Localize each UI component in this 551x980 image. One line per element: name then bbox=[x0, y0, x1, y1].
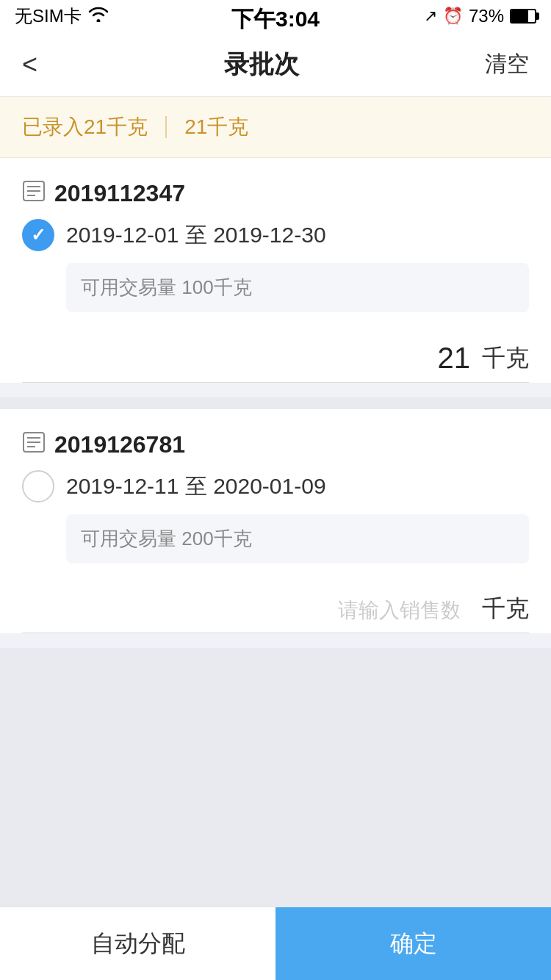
empty-area bbox=[0, 648, 551, 942]
page-title: 录批次 bbox=[224, 48, 299, 82]
batch-2-date: 2019-12-11 至 2020-01-09 bbox=[66, 472, 326, 502]
location-icon: ↗ bbox=[424, 7, 437, 26]
recorded-amount: 已录入21千克 bbox=[22, 113, 148, 141]
info-divider bbox=[165, 116, 167, 138]
batch-2-header: 2019126781 bbox=[22, 431, 529, 458]
status-right: ↗ ⏰ 73% bbox=[424, 6, 536, 26]
bottom-bar: 自动分配 确定 bbox=[0, 907, 551, 980]
wifi-icon bbox=[87, 6, 109, 26]
batch-2-qty-input[interactable] bbox=[338, 596, 470, 623]
section-divider bbox=[0, 397, 551, 409]
batch-1-date: 2019-12-01 至 2019-12-30 bbox=[66, 220, 326, 251]
batch-2-date-row[interactable]: 2019-12-11 至 2020-01-09 bbox=[22, 470, 529, 502]
info-banner: 已录入21千克 21千克 bbox=[0, 97, 551, 158]
batch-1-qty-row: 21 千克 bbox=[0, 327, 551, 382]
main-content: 2019112347 2019-12-01 至 2019-12-30 可用交易量… bbox=[0, 158, 551, 980]
batch-1-underline bbox=[22, 382, 529, 383]
batch-2-details: 2019126781 2019-12-11 至 2020-01-09 可用交易量… bbox=[0, 409, 551, 578]
batch-2-available: 可用交易量 200千克 bbox=[66, 514, 529, 563]
batch-2-id: 2019126781 bbox=[54, 431, 185, 458]
batch-1-unit: 千克 bbox=[482, 342, 529, 375]
batch-1-details: 2019112347 2019-12-01 至 2019-12-30 可用交易量… bbox=[0, 158, 551, 327]
batch-1-available: 可用交易量 100千克 bbox=[66, 263, 529, 312]
clear-button[interactable]: 清空 bbox=[485, 49, 529, 79]
auto-distribute-button[interactable]: 自动分配 bbox=[0, 907, 276, 980]
batch-2-unit: 千克 bbox=[482, 593, 529, 625]
status-time: 下午3:04 bbox=[231, 4, 320, 35]
batch-item-2: 2019126781 2019-12-11 至 2020-01-09 可用交易量… bbox=[0, 409, 551, 633]
back-button[interactable]: < bbox=[22, 49, 37, 80]
batch-1-qty-value: 21 bbox=[438, 342, 471, 375]
batch-2-radio[interactable] bbox=[22, 470, 54, 502]
batch-2-input-row[interactable]: 千克 bbox=[0, 578, 551, 633]
document-icon bbox=[22, 180, 46, 207]
confirm-button[interactable]: 确定 bbox=[276, 907, 551, 980]
carrier-label: 无SIM卡 bbox=[15, 4, 82, 28]
batch-item-1: 2019112347 2019-12-01 至 2019-12-30 可用交易量… bbox=[0, 158, 551, 383]
status-left: 无SIM卡 bbox=[15, 4, 109, 28]
batch-1-radio[interactable] bbox=[22, 219, 54, 251]
batch-1-header: 2019112347 bbox=[22, 180, 529, 207]
document-icon-2 bbox=[22, 431, 46, 458]
nav-bar: < 录批次 清空 bbox=[0, 32, 551, 97]
clock-icon: ⏰ bbox=[443, 7, 463, 26]
batch-1-date-row[interactable]: 2019-12-01 至 2019-12-30 bbox=[22, 219, 529, 251]
batch-1-id: 2019112347 bbox=[54, 180, 185, 207]
total-amount: 21千克 bbox=[184, 113, 248, 141]
batch-2-underline bbox=[22, 633, 529, 633]
status-bar: 无SIM卡 下午3:04 ↗ ⏰ 73% bbox=[0, 0, 551, 32]
battery-icon bbox=[510, 9, 536, 24]
battery-label: 73% bbox=[469, 6, 504, 26]
